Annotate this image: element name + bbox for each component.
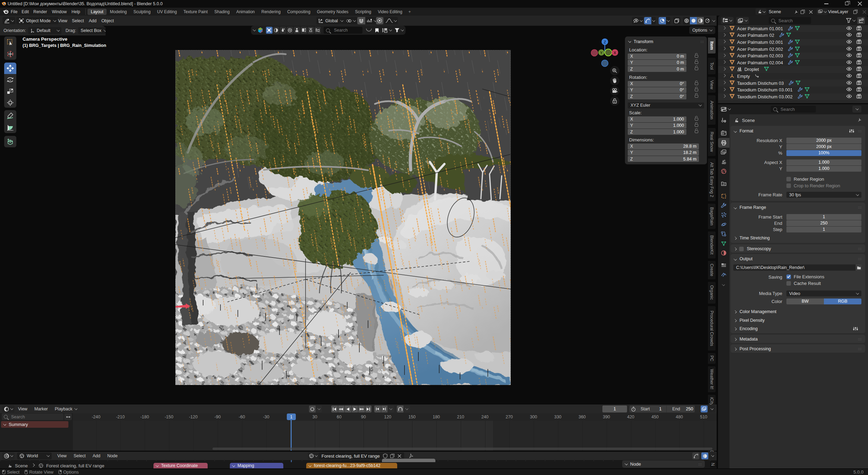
svg-text:X: X [614, 51, 616, 55]
svg-text:Y: Y [600, 51, 603, 55]
svg-text:Z: Z [604, 40, 606, 44]
